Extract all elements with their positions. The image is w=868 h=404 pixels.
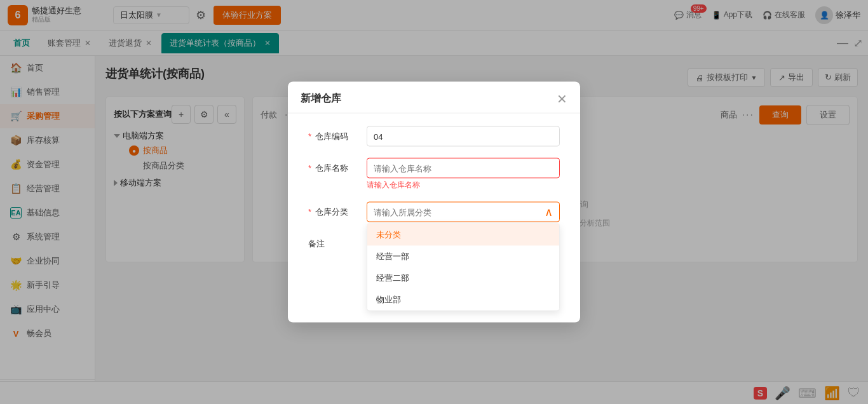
form-row-name: * 仓库名称 请输入仓库名称 [308,158,560,191]
dropdown-item-unclassified[interactable]: 未分类 [367,224,559,246]
note-label: 备注 [308,234,359,254]
name-input[interactable] [367,158,560,178]
category-label: * 仓库分类 [308,202,359,222]
dropdown-item-dept2[interactable]: 经营二部 [367,267,559,289]
dropdown-item-dept1[interactable]: 经营一部 [367,246,559,267]
required-star-code: * [308,131,311,141]
new-warehouse-modal: 新增仓库 ✕ * 仓库编码 * 仓库名称 请输入仓库名称 [288,82,580,323]
category-input-wrap: ∧ 未分类 经营一部 经营二部 物业部 [367,202,560,222]
modal-close-icon[interactable]: ✕ [557,92,567,105]
form-row-code: * 仓库编码 [308,126,560,147]
dropdown-arrow-icon[interactable]: ∧ [545,205,553,219]
name-label: * 仓库名称 [308,158,359,178]
modal-header: 新增仓库 ✕ [288,82,580,114]
code-label: * 仓库编码 [308,126,359,147]
form-row-category: * 仓库分类 ∧ 未分类 经营一部 经营二部 物业部 [308,202,560,222]
modal-title: 新增仓库 [301,92,341,105]
dropdown-item-property[interactable]: 物业部 [367,289,559,311]
code-input-wrap [367,126,560,147]
category-dropdown-list: 未分类 经营一部 经营二部 物业部 [367,224,560,311]
required-star-category: * [308,207,311,217]
name-error-tip: 请输入仓库名称 [367,180,560,191]
code-input[interactable] [367,126,560,147]
modal-body: * 仓库编码 * 仓库名称 请输入仓库名称 * 仓库分类 [288,114,580,281]
category-input[interactable] [374,207,545,217]
name-input-wrap: 请输入仓库名称 [367,158,560,191]
category-dropdown[interactable]: ∧ [367,202,560,222]
required-star-name: * [308,163,311,173]
